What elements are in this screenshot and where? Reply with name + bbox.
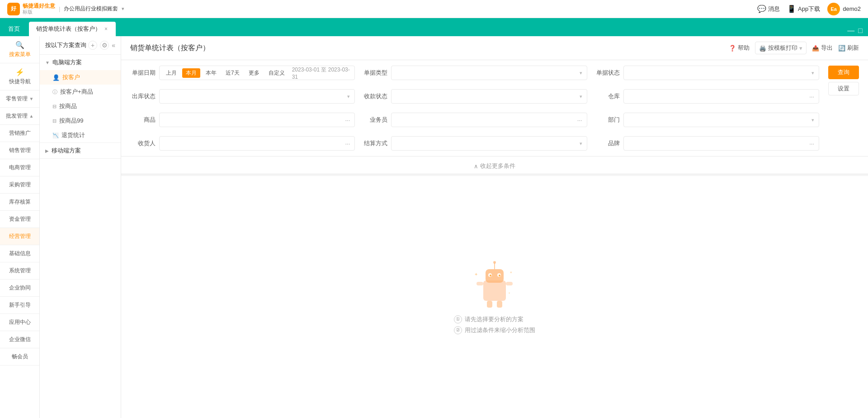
goods-input[interactable]: ··· [159, 113, 355, 127]
print-label: 按模板打印 [768, 44, 797, 52]
message-action[interactable]: 💬 消息 [757, 5, 780, 13]
receipt-status-label: 收款状态 [362, 92, 387, 100]
settings-button[interactable]: 设置 [828, 82, 859, 95]
help-icon: ❓ [729, 45, 736, 52]
doc-status-arrow: ▾ [811, 70, 814, 76]
salesperson-input[interactable]: ··· [391, 113, 587, 127]
brand-input[interactable]: ··· [623, 136, 819, 151]
user-area[interactable]: Ea demo2 [827, 3, 861, 15]
scheme-group-desktop-header[interactable]: ▼ 电脑端方案 [40, 55, 121, 70]
date-btn-last-month[interactable]: 上月 [162, 68, 180, 78]
user-name: demo2 [843, 5, 861, 12]
goods-dots[interactable]: ··· [345, 117, 350, 124]
scheme-item-by-goods-99[interactable]: ⊟ 按商品99 [40, 114, 121, 128]
sidebar-item-retail-mgmt[interactable]: 零售管理 ▼ [0, 90, 39, 108]
sidebar-item-new-guide[interactable]: 新手引导 [0, 297, 39, 314]
out-status-select[interactable]: ▾ [159, 89, 355, 104]
print-action[interactable]: 🖨️ 按模板打印 ▾ [755, 42, 807, 54]
scheme-item-by-customer-goods[interactable]: ⓘ 按客户+商品 [40, 85, 121, 99]
scheme-item-by-customer[interactable]: 👤 按客户 [40, 70, 121, 85]
sidebar-item-system-mgmt[interactable]: 系统管理 [0, 262, 39, 280]
warehouse-input[interactable]: ··· [623, 89, 819, 104]
sidebar: 🔍 搜索菜单 ⚡ 快捷导航 零售管理 ▼ 批发管理 ▲ 营销推广 销售管理 电商… [0, 36, 40, 418]
scheme-settings-btn[interactable]: ⚙ [100, 41, 109, 50]
tab-sales-report-label: 销货单统计表（按客户） [36, 25, 101, 33]
sidebar-item-capital-mgmt[interactable]: 资金管理 [0, 211, 39, 228]
doc-status-select[interactable]: ▾ [623, 66, 819, 80]
scheme-group-mobile-header[interactable]: ▶ 移动端方案 [40, 143, 121, 158]
tab-home[interactable]: 首页 [1, 22, 27, 36]
warehouse-label: 仓库 [594, 92, 620, 100]
sidebar-item-operations-mgmt[interactable]: 经营管理 [0, 228, 39, 245]
scheme-item-return-stats[interactable]: 📉 退货统计 [40, 128, 121, 142]
sidebar-item-purchase-mgmt[interactable]: 采购管理 [0, 176, 39, 194]
breadcrumb-arrow[interactable]: ▾ [122, 6, 124, 12]
sidebar-item-enterprise-agreement[interactable]: 企业协同 [0, 280, 39, 297]
department-select[interactable]: ▾ [623, 113, 819, 127]
sidebar-item-marketing[interactable]: 营销推广 [0, 125, 39, 142]
svg-rect-9 [506, 282, 513, 285]
tab-sales-report[interactable]: 销货单统计表（按客户） × [29, 22, 116, 36]
tab-minimize-btn[interactable]: — [847, 27, 854, 34]
sidebar-item-basic-info[interactable]: 基础信息 [0, 245, 39, 262]
filter-item-recipient: 收货人 ··· [130, 136, 355, 151]
date-btn-last-7-days[interactable]: 近7天 [222, 68, 243, 78]
scheme-item-by-goods[interactable]: ⊟ 按商品 [40, 99, 121, 114]
sidebar-item-enterprise-wechat[interactable]: 企业微信 [0, 331, 39, 348]
breadcrumb[interactable]: 办公用品行业模拟账套 [64, 5, 118, 13]
sidebar-item-inventory-audit[interactable]: 库存核算 [0, 194, 39, 211]
scheme-panel-title: 按以下方案查询 [45, 41, 86, 49]
quick-nav-icon: ⚡ [15, 68, 24, 76]
refresh-label: 刷新 [847, 44, 859, 52]
operations-mgmt-label: 经营管理 [9, 233, 31, 240]
scheme-collapse-btn[interactable]: « [112, 42, 115, 49]
empty-state-hints: ① 请先选择要分析的方案 ② 用过滤条件来缩小分析范围 [454, 315, 535, 334]
collapse-label: 收起更多条件 [480, 162, 515, 170]
filter-row-1: 单据日期 上月 本月 本年 近7天 更多 自定义 2023-03-01 至 20… [130, 66, 819, 80]
page-title: 销货单统计表（按客户） [130, 43, 210, 58]
by-customer-icon: 👤 [52, 74, 60, 81]
sidebar-item-search-menu[interactable]: 🔍 搜索菜单 [0, 36, 39, 63]
refresh-action[interactable]: 🔄 刷新 [838, 44, 859, 52]
date-btn-more[interactable]: 更多 [245, 68, 263, 78]
sidebar-item-wholesale-mgmt[interactable]: 批发管理 ▲ [0, 108, 39, 125]
salesperson-dots[interactable]: ··· [577, 117, 582, 124]
recipient-dots[interactable]: ··· [345, 140, 350, 147]
print-arrow: ▾ [799, 45, 802, 52]
sidebar-item-ecommerce-mgmt[interactable]: 电商管理 [0, 159, 39, 176]
doc-type-select[interactable]: ▾ [391, 66, 587, 80]
brand-dots[interactable]: ··· [809, 140, 814, 147]
filter-row-2: 出库状态 ▾ 收款状态 ▾ [130, 89, 819, 104]
help-action[interactable]: ❓ 帮助 [729, 44, 750, 52]
export-action[interactable]: 📤 导出 [812, 44, 833, 52]
sidebar-item-quick-nav[interactable]: ⚡ 快捷导航 [0, 63, 39, 90]
tab-maximize-btn[interactable]: □ [858, 27, 863, 34]
desktop-group-arrow: ▼ [45, 60, 50, 65]
hint-number-2: ② [454, 326, 462, 334]
settlement-select[interactable]: ▾ [391, 136, 587, 151]
svg-text:✦: ✦ [508, 292, 510, 294]
svg-point-4 [490, 275, 491, 276]
empty-hint-2: ② 用过滤条件来缩小分析范围 [454, 326, 535, 334]
sidebar-item-sales-mgmt[interactable]: 销售管理 [0, 142, 39, 159]
sidebar-item-member[interactable]: 畅会员 [0, 348, 39, 366]
by-goods-label: 按商品 [59, 102, 77, 110]
date-btn-custom[interactable]: 自定义 [265, 68, 288, 78]
query-button[interactable]: 查询 [828, 66, 859, 79]
recipient-input[interactable]: ··· [159, 136, 355, 151]
filter-item-salesperson: 业务员 ··· [362, 113, 587, 127]
app-download-action[interactable]: 📱 App下载 [787, 5, 820, 13]
tab-close-icon[interactable]: × [104, 26, 108, 32]
sidebar-item-app-center[interactable]: 应用中心 [0, 314, 39, 331]
scheme-add-btn[interactable]: + [88, 41, 97, 50]
collapse-button[interactable]: ∧ 收起更多条件 [468, 160, 521, 172]
basic-info-label: 基础信息 [9, 250, 31, 257]
warehouse-dots[interactable]: ··· [809, 93, 814, 100]
date-btn-this-month[interactable]: 本月 [182, 68, 200, 78]
receipt-status-select[interactable]: ▾ [391, 89, 587, 104]
recipient-label: 收货人 [130, 139, 156, 147]
retail-mgmt-label: 零售管理 [6, 95, 28, 103]
date-btn-this-year[interactable]: 本年 [202, 68, 220, 78]
tab-home-label: 首页 [8, 25, 20, 33]
main-layout: 🔍 搜索菜单 ⚡ 快捷导航 零售管理 ▼ 批发管理 ▲ 营销推广 销售管理 电商… [0, 36, 868, 418]
